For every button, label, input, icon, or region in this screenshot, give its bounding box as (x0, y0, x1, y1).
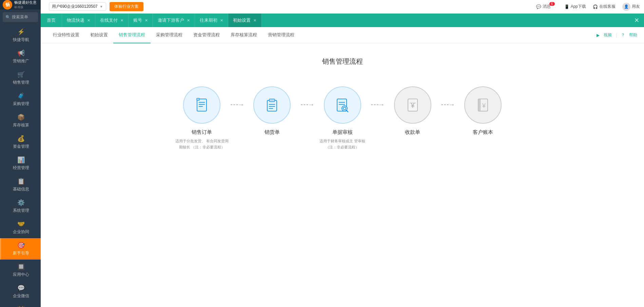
flow-arrow-2: - - -→ (371, 86, 384, 108)
sidebar-logo: 畅 畅捷通好生意 标准版 (0, 0, 41, 9)
sidebar-app-sub: 标准版 (14, 5, 37, 9)
nav-tab-close-3[interactable]: ✕ (145, 18, 148, 23)
nav-tab-close-5[interactable]: ✕ (220, 18, 223, 23)
flow-step-desc-0: 适用于分批发货、 有合同发货周期较长 （注：非必要流程） (175, 138, 229, 150)
svg-rect-0 (197, 99, 207, 111)
flow-step-2: 单据审核适用于财务审核或主 管审核 （注：非必要流程） (315, 86, 370, 150)
sidebar-item-14[interactable]: 👑 畅会员 (0, 302, 41, 307)
sidebar-search-area: 🔍 搜索菜单 (0, 9, 41, 25)
search-menu-label: 搜索菜单 (12, 14, 28, 20)
sidebar-label-2: 营销推广 (13, 58, 29, 64)
sidebar-item-2[interactable]: 📢 营销推广 (0, 46, 41, 67)
sidebar-item-11[interactable]: 🎯 新手引导 (0, 238, 41, 260)
sidebar-item-9[interactable]: ⚙️ 系统管理 (0, 196, 41, 217)
sidebar-item-6[interactable]: 💰 资金管理 (0, 131, 41, 153)
sidebar-label-7: 经营管理 (13, 165, 29, 171)
sidebar-item-13[interactable]: 💬 企业微信 (0, 281, 41, 302)
sub-tab-3[interactable]: 采购管理流程 (151, 27, 188, 43)
nav-tabs: 首页物流快递✕在线支付✕账号✕邀请下游客户✕往来期初✕初始设置✕ ✕ (41, 14, 644, 27)
top-bar: 畅 畅捷通好生意 标准版 用户690企业1660120507 ▼ 体验行业方案 … (0, 0, 644, 14)
sidebar-icon-4: 🧳 (17, 92, 25, 100)
download-icon: 📱 (564, 4, 569, 9)
sidebar-item-5[interactable]: 📦 库存核算 (0, 110, 41, 131)
search-icon: 🔍 (5, 15, 11, 20)
nav-tab-label-5: 往来期初 (200, 17, 217, 23)
nav-tab-3[interactable]: 账号✕ (129, 14, 153, 27)
user-name-label: 用友 (632, 4, 640, 9)
nav-tab-1[interactable]: 物流快递✕ (62, 14, 95, 27)
sidebar-label-8: 基础信息 (13, 186, 29, 192)
nav-tab-close-4[interactable]: ✕ (187, 18, 190, 23)
nav-tab-0[interactable]: 首页 (41, 14, 62, 27)
sidebar-nav: ⚡ 快捷导航📢 营销推广🛒 销售管理🧳 采购管理📦 库存核算💰 资金管理📊 经营… (0, 25, 41, 307)
user-avatar-item[interactable]: 👤 用友 (622, 3, 640, 11)
svg-rect-4 (197, 98, 199, 100)
sub-tab-5[interactable]: 库存核算流程 (225, 27, 262, 43)
flow-circle-3: ¥ (394, 86, 431, 124)
sub-tab-4[interactable]: 资金管理流程 (188, 27, 225, 43)
sidebar-icon-2: 📢 (17, 49, 25, 57)
sub-tabs-list: 行业特性设置初始设置销售管理流程采购管理流程资金管理流程库存核算流程营销管理流程 (47, 27, 300, 43)
nav-tab-close-2[interactable]: ✕ (120, 18, 123, 23)
sidebar-icon-11: 🎯 (17, 242, 25, 249)
sidebar-icon-8: 📋 (17, 178, 25, 185)
sub-tab-0[interactable]: 行业特性设置 (47, 27, 85, 43)
sidebar-item-4[interactable]: 🧳 采购管理 (0, 89, 41, 110)
sidebar-item-7[interactable]: 📊 经营管理 (0, 153, 41, 174)
sidebar-item-3[interactable]: 🛒 销售管理 (0, 67, 41, 89)
message-icon: 💬 (536, 4, 541, 9)
nav-tab-close-1[interactable]: ✕ (87, 18, 90, 23)
sidebar-label-11: 新手引导 (13, 250, 29, 256)
online-service-label: 在线客服 (599, 4, 616, 9)
online-service-item[interactable]: 🎧 在线客服 (593, 4, 616, 9)
sidebar-app-name: 畅捷通好生意 (14, 0, 37, 5)
sidebar-label-9: 系统管理 (13, 208, 29, 213)
help-label[interactable]: 帮助 (629, 32, 637, 38)
try-button[interactable]: 体验行业方案 (110, 2, 143, 11)
sidebar-label-4: 采购管理 (13, 101, 29, 107)
sub-tab-2[interactable]: 销售管理流程 (113, 27, 151, 43)
nav-tab-2[interactable]: 在线支付✕ (95, 14, 129, 27)
flow-arrow-1: - - -→ (300, 86, 314, 108)
sidebar-icon-9: ⚙️ (17, 199, 25, 206)
sidebar-logo-icon: 畅 (3, 0, 12, 9)
flow-circle-2 (324, 86, 361, 124)
sub-tab-1[interactable]: 初始设置 (85, 27, 113, 43)
sidebar-item-8[interactable]: 📋 基础信息 (0, 174, 41, 196)
sidebar-icon-6: 💰 (17, 135, 25, 142)
nav-tab-label-2: 在线支付 (100, 17, 118, 23)
flow-content: 销售管理流程 销售订单适用于分批发货、 有合同发货周期较长 （注：非必要流程）-… (41, 43, 644, 164)
flow-step-name-4: 客户账本 (473, 129, 493, 136)
svg-rect-20 (478, 99, 480, 111)
sidebar-item-1[interactable]: ⚡ 快捷导航 (0, 25, 41, 46)
app-download-item[interactable]: 📱 App下载 (564, 4, 586, 9)
sidebar-icon-14: 👑 (17, 306, 25, 307)
sidebar-label-6: 资金管理 (13, 144, 29, 149)
nav-tab-label-6: 初始设置 (233, 17, 251, 23)
nav-tab-5[interactable]: 往来期初✕ (195, 14, 228, 27)
flow-step-name-0: 销售订单 (192, 129, 212, 136)
flow-step-1: 销货单 (245, 86, 299, 138)
nav-tab-close-6[interactable]: ✕ (253, 18, 256, 23)
sub-tab-label-3: 采购管理流程 (156, 32, 182, 37)
nav-tab-4[interactable]: 邀请下游客户✕ (153, 14, 195, 27)
nav-tabs-list: 首页物流快递✕在线支付✕账号✕邀请下游客户✕往来期初✕初始设置✕ (41, 14, 261, 27)
sidebar-icon-1: ⚡ (17, 28, 25, 36)
flow-step-3: ¥ 收款单 (386, 86, 440, 138)
sidebar-item-10[interactable]: 🤝 企业协同 (0, 217, 41, 238)
flow-diagram: 销售订单适用于分批发货、 有合同发货周期较长 （注：非必要流程）- - -→ 销… (61, 86, 624, 150)
sidebar-item-12[interactable]: 🔲 应用中心 (0, 260, 41, 281)
sidebar-icon-12: 🔲 (17, 263, 25, 270)
nav-tab-6[interactable]: 初始设置✕ (228, 14, 261, 27)
message-item[interactable]: 💬 消息 6 (536, 4, 558, 9)
message-badge: 6 (549, 2, 555, 6)
user-selector[interactable]: 用户690企业1660120507 ▼ (49, 2, 106, 11)
flow-circle-0 (183, 86, 220, 124)
close-all-tabs-button[interactable]: ✕ (629, 14, 644, 27)
sub-tab-6[interactable]: 营销管理流程 (262, 27, 300, 43)
search-menu-button[interactable]: 🔍 搜索菜单 (3, 12, 38, 22)
video-label[interactable]: 视频 (604, 32, 612, 38)
flow-arrow-0: - - -→ (230, 86, 243, 108)
sidebar: 畅 畅捷通好生意 标准版 🔍 搜索菜单 ⚡ 快捷导航📢 营销推广🛒 销售管理🧳 … (0, 0, 41, 307)
flow-title: 销售管理流程 (61, 57, 624, 66)
